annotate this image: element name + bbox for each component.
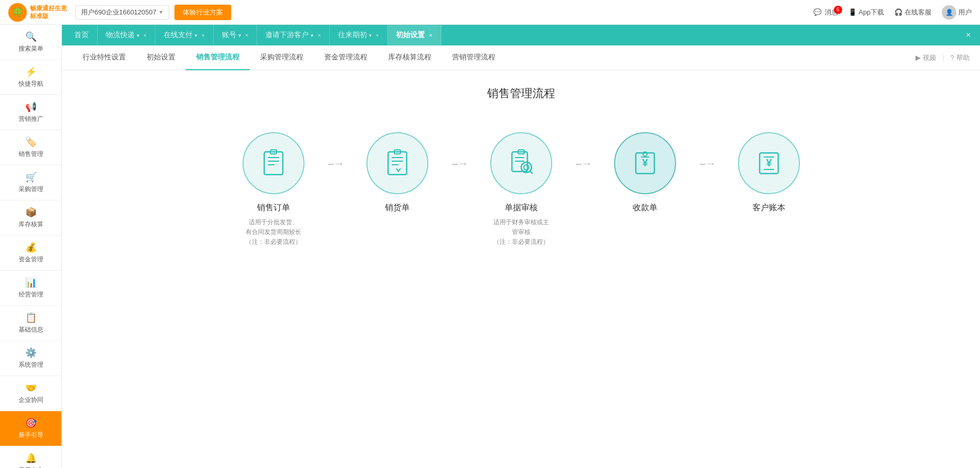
sales-order-desc: 适用于分批发货、有合同发货周期较长（注：非必要流程） [246, 217, 301, 247]
close-icon[interactable]: × [245, 32, 248, 38]
sidebar-item-marketing-label: 营销推广 [19, 115, 43, 123]
help-label: 帮助 [956, 53, 970, 63]
main-content: 行业特性设置 初始设置 销售管理流程 采购管理流程 资金管理流程 库存核算流程 … [62, 45, 980, 468]
sidebar-item-app-center-label: 应用中心 [19, 466, 43, 468]
sidebar-item-system[interactable]: ⚙️ 系统管理 [0, 341, 61, 376]
subtab-sales-flow[interactable]: 销售管理流程 [186, 45, 250, 70]
service-label: 在线客服 [905, 8, 931, 17]
operations-icon: 📊 [25, 277, 37, 288]
sidebar-item-purchase[interactable]: 🛒 采购管理 [0, 165, 61, 200]
subtab-purchase-flow[interactable]: 采购管理流程 [250, 45, 314, 70]
close-icon[interactable]: × [317, 32, 320, 38]
flow-arrow-1: - - → [320, 132, 351, 170]
finance-icon: 💰 [25, 242, 37, 253]
message-badge: 6 [834, 6, 842, 14]
message-item[interactable]: 💬 6 消息 [813, 8, 838, 17]
divider: | [942, 53, 944, 63]
tab-invite[interactable]: 邀请下游客户 ▾ × [257, 25, 329, 45]
tab-payment[interactable]: 在线支付 ▾ × [155, 25, 213, 45]
try-btn[interactable]: 体验行业方案 [174, 5, 231, 20]
search-icon: 🔍 [25, 31, 37, 42]
sidebar-item-inventory[interactable]: 📦 库存核算 [0, 200, 61, 236]
user-avatar-item[interactable]: 👤 用户 [942, 5, 972, 20]
svg-text:¥: ¥ [766, 157, 772, 168]
video-action[interactable]: ▶ 视频 [915, 53, 936, 63]
sidebar-item-search-label: 搜索菜单 [19, 44, 43, 53]
inventory-icon: 📦 [25, 207, 37, 218]
sidebar-item-finance[interactable]: 💰 资金管理 [0, 236, 61, 271]
sidebar-item-sales[interactable]: 🏷️ 销售管理 [0, 130, 61, 165]
subtab-industry-settings-label: 行业特性设置 [83, 53, 126, 61]
subtab-finance-flow-label: 资金管理流程 [324, 53, 367, 61]
tab-account[interactable]: 账号 ▾ × [214, 25, 257, 45]
sidebar-item-basic-info[interactable]: 📋 基础信息 [0, 306, 61, 341]
user-selector[interactable]: 用户690企业1660120507 ▼ [75, 5, 169, 20]
tab-initial-settings-label: 初始设置 [396, 30, 425, 40]
sidebar-item-inventory-label: 库存核算 [19, 220, 43, 229]
delivery-order-circle [366, 132, 428, 194]
sidebar-item-search[interactable]: 🔍 搜索菜单 [0, 25, 61, 60]
sidebar-item-enterprise[interactable]: 🤝 企业协同 [0, 376, 61, 411]
subtab-marketing-flow[interactable]: 营销管理流程 [442, 45, 506, 70]
flow-arrow-4: - - → [692, 132, 722, 170]
top-bar: 🍀 畅康通好生意 标准版 用户690企业1660120507 ▼ 体验行业方案 … [0, 0, 980, 25]
tab-logistics-label: 物流快递 [106, 30, 135, 40]
tab-period[interactable]: 往来期初 ▾ × [330, 25, 388, 45]
sales-icon: 🏷️ [25, 136, 37, 148]
receipt-name: 收款单 [633, 202, 657, 213]
sidebar-item-quick-nav[interactable]: ⚡ 快捷导航 [0, 60, 61, 95]
tab-initial-settings[interactable]: 初始设置 × [388, 25, 441, 45]
sidebar-item-guide-label: 新手引导 [19, 431, 43, 440]
help-action[interactable]: ? 帮助 [951, 53, 970, 63]
sidebar-item-operations-label: 经营管理 [19, 290, 43, 299]
logo-icon: 🍀 [8, 3, 27, 22]
app-download-item[interactable]: 📱 App下载 [848, 8, 884, 17]
tab-logistics[interactable]: 物流快递 ▾ × [98, 25, 155, 45]
close-icon[interactable]: × [143, 32, 147, 38]
online-service-item[interactable]: 🎧 在线客服 [894, 8, 931, 17]
flow-step-account: ¥ 客户账本 [722, 132, 815, 217]
subtab-industry-settings[interactable]: 行业特性设置 [72, 45, 136, 70]
video-icon: ▶ [915, 54, 921, 61]
chevron-down-icon: ▾ [311, 33, 313, 38]
flow-step-review: 单据审核 适用于财务审核或主管审核（注：非必要流程） [475, 132, 568, 247]
subtab-purchase-flow-label: 采购管理流程 [260, 53, 303, 61]
account-circle: ¥ [738, 132, 800, 194]
sales-order-circle [243, 132, 304, 194]
flow-step-receipt: ¥ 收款单 [599, 132, 692, 217]
close-icon[interactable]: × [376, 32, 379, 38]
subtab-inventory-flow[interactable]: 库存核算流程 [378, 45, 442, 70]
nav-tabs: 首页 物流快递 ▾ × 在线支付 ▾ × 账号 ▾ × 邀请下游客户 ▾ × 往… [62, 25, 980, 45]
close-all-tabs-button[interactable]: × [961, 30, 976, 40]
subtab-initial-settings[interactable]: 初始设置 [136, 45, 186, 70]
flow-arrow-3: - - → [568, 132, 599, 170]
sidebar-item-basic-info-label: 基础信息 [19, 325, 43, 334]
help-icon: ? [951, 54, 954, 61]
delivery-order-name: 销货单 [385, 202, 410, 213]
tab-home[interactable]: 首页 [66, 25, 98, 45]
account-name: 客户账本 [752, 202, 785, 213]
top-bar-left: 🍀 畅康通好生意 标准版 用户690企业1660120507 ▼ 体验行业方案 [8, 3, 231, 22]
sidebar-item-guide[interactable]: 🎯 新手引导 [0, 411, 61, 446]
message-icon: 💬 [813, 8, 822, 16]
sidebar-item-operations[interactable]: 📊 经营管理 [0, 271, 61, 306]
subtab-sales-flow-label: 销售管理流程 [196, 53, 239, 61]
sidebar-item-app-center[interactable]: 🔔 应用中心 [0, 446, 61, 468]
subtab-finance-flow[interactable]: 资金管理流程 [314, 45, 378, 70]
sidebar-item-sales-label: 销售管理 [19, 150, 43, 159]
svg-rect-5 [388, 152, 407, 175]
sidebar: 🔍 搜索菜单 ⚡ 快捷导航 📢 营销推广 🏷️ 销售管理 🛒 采购管理 📦 库存… [0, 25, 62, 468]
flow-step-sales-order: 销售订单 适用于分批发货、有合同发货周期较长（注：非必要流程） [227, 132, 320, 247]
close-icon[interactable]: × [201, 32, 204, 38]
app-icon: 📱 [848, 8, 857, 16]
user-name-label: 用户 [958, 8, 972, 17]
enterprise-icon: 🤝 [25, 382, 37, 394]
close-icon[interactable]: × [429, 32, 432, 38]
svg-rect-0 [264, 152, 283, 175]
user-selector-label: 用户690企业1660120507 [81, 8, 156, 17]
tab-invite-label: 邀请下游客户 [265, 30, 309, 40]
avatar: 👤 [942, 5, 956, 20]
sidebar-item-marketing[interactable]: 📢 营销推广 [0, 95, 61, 130]
subtab-marketing-flow-label: 营销管理流程 [452, 53, 495, 61]
chevron-down-icon: ▾ [195, 33, 197, 38]
